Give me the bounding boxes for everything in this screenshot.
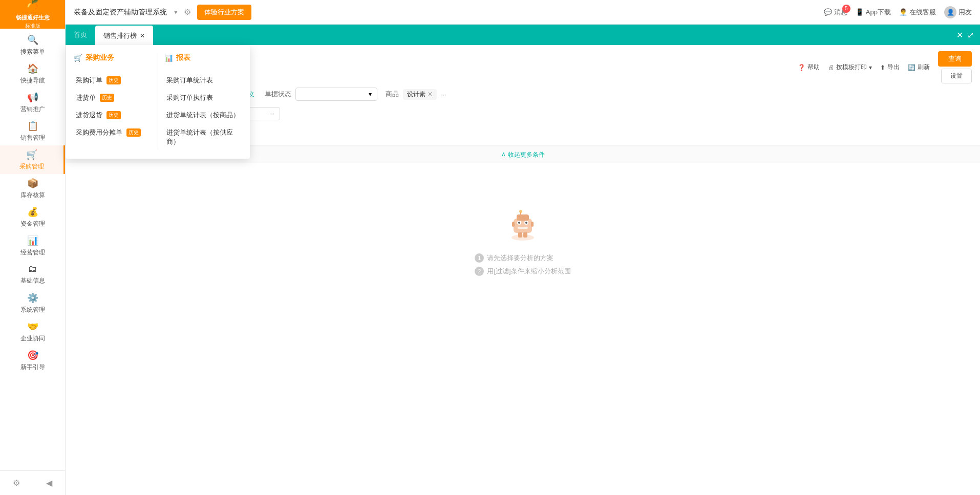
help-label: 帮助 (807, 63, 820, 72)
app-download-label: App下载 (866, 8, 891, 17)
sidebar-item-finance[interactable]: 💰资金管理 (0, 203, 65, 231)
sidebar-item-inventory[interactable]: 📦库存核算 (0, 174, 65, 203)
status-select[interactable]: ▾ (295, 88, 377, 101)
settings-icon[interactable]: ⚙ (13, 478, 20, 488)
trial-button[interactable]: 体验行业方案 (197, 5, 251, 20)
logo-line1: 畅捷通好生意 (16, 14, 50, 21)
sidebar-item-guide[interactable]: 🎯新手引导 (0, 346, 65, 375)
marketing-icon: 📢 (27, 92, 38, 103)
topbar-user[interactable]: 👤 用友 (944, 6, 972, 18)
sidebar-item-label: 基础信息 (20, 276, 45, 285)
help-button[interactable]: ❓ 帮助 (798, 63, 820, 72)
set-button[interactable]: 设置 (941, 69, 972, 83)
sidebar-item-sales[interactable]: 📋销售管理 (0, 117, 65, 145)
menu-item-goods-return[interactable]: 进货退货 历史 (74, 106, 152, 124)
sidebar-item-marketing[interactable]: 📢营销推广 (0, 88, 65, 117)
sidebar: 🍊 畅捷通好生意 标准版 🔍搜索菜单 🏠快捷导航 📢营销推广 📋销售管理 🛒采购… (0, 0, 66, 495)
print-button[interactable]: 🖨 按模板打印 ▾ (828, 63, 872, 72)
svg-rect-8 (512, 222, 515, 227)
sidebar-item-label: 经营管理 (20, 248, 45, 257)
sidebar-logo: 🍊 畅捷通好生意 标准版 (0, 0, 65, 29)
status-filter-group: 单据状态 ▾ (265, 88, 377, 101)
tip-num-1: 1 (475, 253, 484, 263)
topbar-title: 装备及固定资产辅助管理系统 (74, 8, 167, 17)
sidebar-item-purchase[interactable]: 🛒采购管理 (0, 145, 65, 174)
menu-item-purchase-order[interactable]: 采购订单 历史 (74, 72, 152, 89)
svg-rect-7 (518, 227, 528, 229)
menu-item-goods-receipt[interactable]: 进货单 历史 (74, 89, 152, 106)
tab-expand-icon[interactable]: ⤢ (967, 30, 974, 40)
svg-rect-9 (531, 222, 534, 227)
sidebar-item-operations[interactable]: 📊经营管理 (0, 231, 65, 260)
sidebar-item-quick[interactable]: 🏠快捷导航 (0, 59, 65, 88)
goods-tag: 设计素 ✕ (403, 89, 437, 100)
goods-return-label: 进货退货 (76, 111, 102, 120)
topbar-message[interactable]: 💬 5 消息 (824, 8, 847, 17)
tab-sales-rank-label: 销售排行榜 (103, 31, 137, 40)
collapse-label: 收起更多条件 (508, 150, 545, 159)
logo-line2: 标准版 (25, 23, 40, 30)
goods-return-badge: 历史 (106, 111, 121, 119)
salesman-more-icon[interactable]: ··· (269, 110, 274, 117)
menu-item-po-stats[interactable]: 采购订单统计表 (164, 72, 242, 89)
sidebar-item-basic[interactable]: 🗂基础信息 (0, 260, 65, 289)
menu-item-purchase-cost[interactable]: 采购费用分摊单 历史 (74, 124, 152, 141)
goods-stats-product-label: 进货单统计表（按商品） (166, 111, 240, 120)
status-dropdown-icon: ▾ (369, 91, 372, 98)
sidebar-item-enterprise[interactable]: 🤝企业协同 (0, 317, 65, 346)
print-label: 按模板打印 (836, 63, 867, 72)
tab-sales-rank[interactable]: 销售排行榜 ✕ (95, 26, 153, 46)
menu-item-goods-stats-product[interactable]: 进货单统计表（按商品） (164, 106, 242, 124)
purchase-section-icon: 🛒 (74, 54, 82, 62)
purchase-order-badge: 历史 (106, 76, 121, 84)
enterprise-icon: 🤝 (27, 321, 38, 332)
export-label: 导出 (887, 63, 900, 72)
finance-icon: 💰 (27, 206, 38, 218)
menu-item-po-exec[interactable]: 采购订单执行表 (164, 89, 242, 106)
goods-more-icon[interactable]: ··· (441, 91, 446, 98)
phone-icon: 📱 (856, 8, 864, 16)
sidebar-item-system[interactable]: ⚙️系统管理 (0, 289, 65, 317)
svg-point-0 (512, 234, 534, 241)
purchase-dropdown-menu: 🛒 采购业务 采购订单 历史 进货单 历史 进货退货 历史 采购费用分摊单 历史… (66, 45, 250, 159)
refresh-icon: 🔄 (908, 64, 915, 71)
export-button[interactable]: ⬆ 导出 (880, 63, 900, 72)
refresh-label: 刷新 (918, 63, 930, 72)
goods-tag-close[interactable]: ✕ (428, 91, 433, 98)
topbar-settings-icon[interactable]: ⚙ (184, 7, 191, 17)
menu-divider (158, 53, 158, 150)
topbar-app-download[interactable]: 📱 App下载 (856, 8, 891, 17)
menu-item-goods-stats-supplier[interactable]: 进货单统计表（按供应商） (164, 124, 242, 150)
sidebar-item-label: 搜索菜单 (20, 48, 45, 56)
report-section: 📊 报表 采购订单统计表 采购订单执行表 进货单统计表（按商品） 进货单统计表（… (164, 53, 242, 150)
sidebar-item-label: 企业协同 (20, 334, 45, 343)
po-stats-label: 采购订单统计表 (166, 76, 213, 85)
tab-home[interactable]: 首页 (66, 25, 95, 45)
purchase-cost-label: 采购费用分摊单 (76, 128, 122, 137)
tip-text-2: 用[过滤]条件来缩小分析范围 (487, 267, 570, 276)
goods-filter-group: 商品 设计素 ✕ ··· (386, 89, 446, 100)
refresh-button[interactable]: 🔄 刷新 (908, 63, 930, 72)
tab-close-icon[interactable]: ✕ (140, 32, 145, 39)
purchase-order-label: 采购订单 (76, 76, 102, 85)
purchase-section-label: 采购业务 (86, 53, 114, 62)
purchase-cost-badge: 历史 (126, 128, 141, 137)
svg-point-5 (518, 222, 520, 224)
query-button[interactable]: 查询 (938, 51, 972, 67)
svg-rect-2 (517, 214, 529, 221)
topbar: 装备及固定资产辅助管理系统 ▾ ⚙ 体验行业方案 💬 5 消息 📱 App下载 … (66, 0, 980, 25)
print-icon: 🖨 (828, 64, 834, 71)
topbar-online-service[interactable]: 👨‍💼 在线客服 (899, 8, 936, 17)
tab-close-all-icon[interactable]: ✕ (956, 30, 963, 40)
sidebar-item-search[interactable]: 🔍搜索菜单 (0, 31, 65, 59)
topbar-dropdown-icon[interactable]: ▾ (174, 8, 178, 16)
sidebar-bottom: ⚙ ◀ (0, 470, 65, 495)
message-icon: 💬 (824, 8, 832, 16)
sales-icon: 📋 (27, 120, 38, 132)
avatar-icon: 👤 (944, 6, 956, 18)
collapse-sidebar-icon[interactable]: ◀ (46, 478, 52, 488)
help-icon: ❓ (798, 64, 805, 71)
tip-num-2: 2 (475, 267, 484, 276)
home-icon: 🏠 (27, 63, 38, 74)
report-section-title: 📊 报表 (164, 53, 242, 66)
